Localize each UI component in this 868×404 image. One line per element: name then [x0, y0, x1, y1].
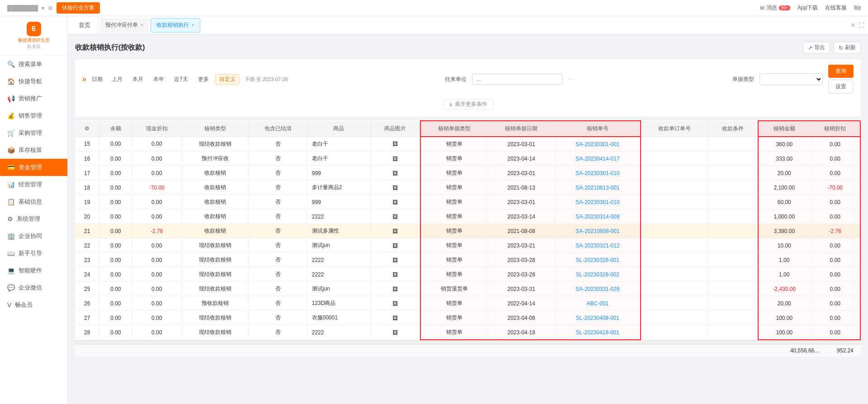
settings-btn[interactable]: 设置: [828, 80, 854, 94]
tab-receipt-close[interactable]: ×: [192, 23, 194, 28]
date-opt-custom[interactable]: 自定义: [215, 74, 240, 85]
sidebar-item-sales[interactable]: 💰销售管理: [0, 107, 67, 124]
cell-3-6: 🖼: [370, 181, 420, 195]
sidebar-item-search[interactable]: 🔍搜索菜单: [0, 56, 67, 73]
table-row: 270.000.00现结收款核销否衣服00001🖼销货单2023-04-08SL…: [75, 311, 860, 325]
date-opt-7days[interactable]: 近7天: [170, 75, 192, 84]
cell-5-9[interactable]: SA-20230314-008: [555, 209, 641, 224]
cell-13-1: 0.00: [99, 325, 132, 340]
scrollbar[interactable]: [75, 340, 861, 344]
user-name[interactable]: Rit: [854, 5, 861, 11]
cell-13-5: 2222: [307, 325, 370, 340]
sidebar-item-marketing[interactable]: 📢营销推广: [0, 90, 67, 107]
export-btn[interactable]: ↗ 导出: [803, 42, 830, 54]
date-opt-thisyear[interactable]: 本年: [150, 75, 168, 84]
cell-11-9[interactable]: ABC-001: [555, 296, 641, 311]
sidebar-item-guide[interactable]: 📖新手引导: [0, 245, 67, 262]
cell-2-9[interactable]: SA-20230301-010: [555, 166, 641, 181]
sidebar-item-operations[interactable]: 📊经营管理: [0, 176, 67, 193]
tab-home[interactable]: 首页: [71, 16, 98, 34]
cell-11-6: 🖼: [370, 296, 420, 311]
expand-btn[interactable]: ∨ 展开更多条件: [443, 99, 493, 109]
cell-8-1: 0.00: [99, 253, 132, 267]
cell-11-3: 预收款核销: [182, 296, 249, 311]
cell-7-10: [641, 238, 708, 253]
dropdown-icon[interactable]: ▾: [42, 5, 44, 11]
tab-prepay[interactable]: 预付冲应付单 ×: [100, 18, 149, 33]
refresh-btn[interactable]: ↻ 刷新: [834, 42, 861, 54]
sidebar-item-base[interactable]: 📋基础信息: [0, 193, 67, 210]
hardware-icon: 💻: [7, 267, 15, 274]
query-btn[interactable]: 查询: [828, 65, 854, 78]
order-type-label: 单据类型: [732, 76, 754, 83]
cell-7-9[interactable]: SA-20230321-012: [555, 238, 641, 253]
sidebar-item-quick-nav[interactable]: 🏠快捷导航: [0, 73, 67, 90]
col-header-2: 现金折扣: [132, 121, 182, 137]
cell-6-9[interactable]: SA-20210808-001: [555, 224, 641, 238]
cell-5-12: 1,000.00: [758, 209, 810, 224]
tab-receipt[interactable]: 收款核销执行 ×: [151, 18, 200, 33]
sidebar-item-system[interactable]: ⚙系统管理: [0, 210, 67, 228]
cell-8-9[interactable]: SL-20230328-001: [555, 253, 641, 267]
cell-3-3: 收款核销: [182, 181, 249, 195]
date-opt-lastmonth[interactable]: 上月: [108, 75, 126, 84]
cell-0-5: 老白干: [307, 137, 370, 152]
cell-4-7: 销货单: [420, 195, 488, 209]
cell-0-8: 2023-03-01: [488, 137, 555, 152]
cell-5-8: 2023-03-14: [488, 209, 555, 224]
cell-13-4: 否: [249, 325, 307, 340]
cell-11-8: 2022-04-14: [488, 296, 555, 311]
cell-12-1: 0.00: [99, 311, 132, 325]
cell-4-9[interactable]: SA-20230301-010: [555, 195, 641, 209]
expand-label: 展开更多条件: [455, 100, 487, 108]
cell-11-4: 否: [249, 296, 307, 311]
tab-prepay-label: 预付冲应付单: [105, 21, 138, 29]
cell-10-9[interactable]: SA-20230331-026: [555, 282, 641, 296]
cell-3-9[interactable]: SA-20210813-001: [555, 181, 641, 195]
cell-12-9[interactable]: SL-20230408-001: [555, 311, 641, 325]
cell-9-13: 0.00: [810, 267, 860, 282]
msg-label: 消息: [766, 4, 777, 12]
cell-1-0: 16: [75, 152, 99, 166]
tab-prepay-close[interactable]: ×: [141, 23, 143, 28]
table-row: 220.000.00现结收款核销否测试jun🖼销货单2023-03-21SA-2…: [75, 238, 860, 253]
col-header-6: 商品图片: [370, 121, 420, 137]
order-type-select[interactable]: [760, 73, 823, 85]
customer-input[interactable]: [472, 74, 562, 85]
message-btn[interactable]: ✉ 消息 99+: [760, 4, 790, 12]
cell-1-9[interactable]: SA-20230414-017: [555, 152, 641, 166]
cell-13-9[interactable]: SL-20230418-001: [555, 325, 641, 340]
top-bar-right: ✉ 消息 99+ App下载 在线客服 Rit: [760, 4, 861, 12]
sidebar-item-inventory[interactable]: 📦库存核算: [0, 142, 67, 159]
industry-btn[interactable]: 休验行业方案: [57, 2, 100, 14]
cell-2-6: 🖼: [370, 166, 420, 181]
cell-5-11: [708, 209, 758, 224]
cell-0-9[interactable]: SA-20230301-001: [555, 137, 641, 152]
cell-0-10: [641, 137, 708, 152]
sidebar-item-member[interactable]: V畅会员: [0, 296, 67, 314]
table-container: ⚙余额现金折扣核销类型包含已结清商品商品图片核销单据类型核销单据日期核销单号收款…: [75, 120, 861, 356]
online-service-link[interactable]: 在线客服: [825, 4, 847, 12]
date-opt-more[interactable]: 更多: [194, 75, 212, 84]
app-download-link[interactable]: App下载: [797, 4, 818, 12]
gear-icon[interactable]: ⚙: [48, 5, 53, 11]
cell-9-9[interactable]: SL-20230328-002: [555, 267, 641, 282]
tab-expand-icon[interactable]: ⛶: [859, 22, 864, 29]
filter-collapse-btn[interactable]: »: [82, 75, 86, 83]
col-header-8: 核销单据日期: [488, 121, 555, 137]
cell-1-6: 🖼: [370, 152, 420, 166]
sidebar-item-hardware[interactable]: 💻智能硬件: [0, 262, 67, 279]
cell-8-11: [708, 253, 758, 267]
sidebar-item-corp[interactable]: 🏢企业协同: [0, 228, 67, 245]
cell-3-5: 多计量商品2: [307, 181, 370, 195]
cell-4-0: 19: [75, 195, 99, 209]
date-opt-thismonth[interactable]: 本月: [129, 75, 147, 84]
cell-11-5: 123D商品: [307, 296, 370, 311]
sidebar-item-finance[interactable]: 💳资金管理: [0, 159, 67, 176]
col-header-7: 核销单据类型: [420, 121, 488, 137]
sidebar-label-inventory: 库存核算: [19, 146, 42, 154]
cell-12-5: 衣服00001: [307, 311, 370, 325]
tab-close-all-icon[interactable]: ✕: [851, 22, 855, 29]
sidebar-item-wechat[interactable]: 💬企业微信: [0, 279, 67, 296]
sidebar-item-purchase[interactable]: 🛒采购管理: [0, 124, 67, 142]
